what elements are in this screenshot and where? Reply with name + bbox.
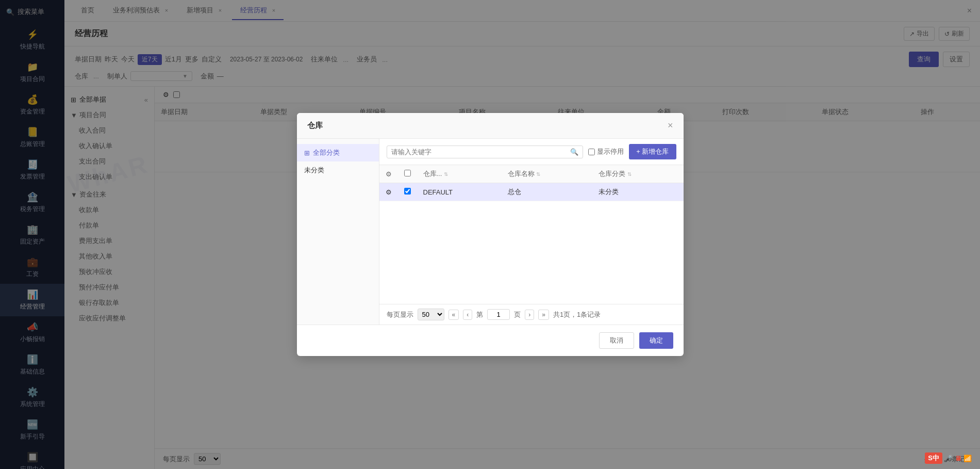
confirm-button[interactable]: 确定 [639,332,673,349]
row-settings[interactable]: ⚙ [379,183,398,201]
cancel-button[interactable]: 取消 [599,332,634,349]
page-number-input[interactable] [487,309,510,320]
sort-icon-3: ⇅ [627,171,632,177]
search-icon: 🔍 [570,148,578,156]
col-modal-checkbox [398,165,417,183]
col-modal-code: 仓库... ⇅ [417,165,502,183]
sort-icon: ⇅ [444,171,448,177]
modal-all-category[interactable]: ⊞ 全部分类 [297,144,379,161]
show-disabled-label: 显示停用 [588,147,624,156]
table-row[interactable]: ⚙ DEFAULT 总仓 未分类 [379,183,684,201]
modal-overlay[interactable]: 仓库 × ⊞ 全部分类 未分类 🔍 [0,0,980,469]
modal-page-size-select[interactable]: 50 100 [418,309,444,320]
mic-icon: 🎤 [944,455,953,462]
modal-search-input[interactable] [391,148,568,156]
row-category: 未分类 [592,183,683,201]
row-code: DEFAULT [417,183,502,201]
modal-search-box: 🔍 [387,145,584,158]
show-disabled-checkbox[interactable] [588,149,595,155]
modal-header: 仓库 × [297,113,684,139]
modal-footer: 取消 确定 [297,325,684,356]
first-page-button[interactable]: « [449,310,459,320]
last-page-button[interactable]: » [538,310,549,320]
row-checkbox[interactable] [398,183,417,201]
modal-page-size-label: 每页显示 [387,310,413,319]
modal-table-container: ⚙ 仓库... ⇅ 仓库名称 ⇅ [379,165,684,304]
modal-left-panel: ⊞ 全部分类 未分类 [297,139,379,325]
col-modal-name: 仓库名称 ⇅ [502,165,592,183]
modal-select-all[interactable] [404,170,411,176]
warehouse-modal: 仓库 × ⊞ 全部分类 未分类 🔍 [297,113,684,356]
modal-table-footer: 每页显示 50 100 « ‹ 第 页 › » 共1页，1条记录 [379,304,684,325]
modal-close-button[interactable]: × [668,120,673,131]
page-suffix: 页 [514,310,521,319]
modal-data-table: ⚙ 仓库... ⇅ 仓库名称 ⇅ [379,165,684,201]
row-name: 总仓 [502,183,592,201]
add-warehouse-button[interactable]: + 新增仓库 [629,144,676,159]
wifi-icon: 📶 [964,455,972,462]
grid-icon-modal: ⊞ [304,149,310,157]
modal-uncategorized[interactable]: 未分类 [297,161,379,179]
modal-toolbar: 🔍 显示停用 + 新增仓库 [379,139,684,165]
logo-text: S中 [925,452,942,464]
sort-icon-2: ⇅ [536,171,540,177]
app-logo: S中 🎤 🖥 📶 [925,452,972,464]
monitor-icon: 🖥 [955,455,961,462]
modal-title: 仓库 [307,121,323,131]
modal-body: ⊞ 全部分类 未分类 🔍 显示停用 [297,139,684,325]
col-modal-category: 仓库分类 ⇅ [592,165,683,183]
modal-total: 共1页，1条记录 [553,310,601,319]
next-page-button[interactable]: › [525,310,534,320]
modal-right-panel: 🔍 显示停用 + 新增仓库 ⚙ [379,139,684,325]
prev-page-button[interactable]: ‹ [463,310,472,320]
col-modal-settings: ⚙ [379,165,398,183]
page-label: 第 [476,310,483,319]
